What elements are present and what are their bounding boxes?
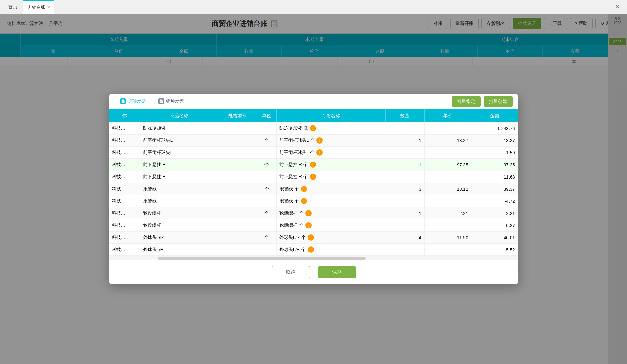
cell-product-name: 报警线 — [140, 183, 218, 195]
warning-icon: ! — [305, 210, 312, 216]
cell-qty: 4 — [385, 232, 424, 244]
cell-supplier: 科技… — [109, 159, 140, 171]
col-header-spec: 规格型号 — [218, 109, 257, 122]
tab-outgoing-label: 销项发票 — [166, 98, 184, 104]
col-header-price: 单价 — [424, 109, 471, 122]
col-header-amount: 金额 — [471, 109, 518, 122]
window-close-button[interactable]: ✕ — [610, 0, 624, 14]
cell-inventory-name: 外球头L/R 个! — [277, 232, 385, 243]
cell-unit — [257, 195, 276, 207]
cell-price — [424, 122, 471, 135]
batch-create-button[interactable]: 批量创建 — [484, 96, 513, 107]
cell-product-name: 防冻冷却液 — [140, 122, 218, 135]
cell-inventory-name: 前下悬挂 R 个! — [277, 159, 385, 171]
cell-supplier: 科技… — [109, 219, 140, 232]
cell-product-name: 前下悬挂 R — [140, 171, 218, 183]
cell-inventory-name: 前平衡杆球头L 个! — [277, 147, 385, 158]
cell-spec — [218, 135, 257, 147]
cell-unit — [257, 244, 276, 256]
cell-price: 13.12 — [424, 183, 471, 195]
warning-icon: ! — [316, 137, 323, 144]
tab-outgoing-invoice[interactable]: 📄 销项发票 — [153, 94, 190, 109]
modal-header-actions: 批量指定 批量创建 — [452, 96, 513, 107]
outgoing-invoice-icon: 📄 — [158, 98, 164, 104]
cell-amount: -4.72 — [471, 195, 518, 207]
cell-unit: 个 — [257, 159, 276, 171]
tab-incoming-invoice[interactable]: 📄 进项发票 — [115, 94, 151, 109]
cell-unit — [257, 122, 276, 135]
save-button[interactable]: 保存 — [318, 266, 356, 278]
warning-icon: ! — [308, 234, 314, 241]
cell-qty — [385, 147, 424, 159]
table-row: 科技…报警线个报警线 个!313.1239.37 — [109, 183, 518, 195]
cell-qty: 1 — [385, 159, 424, 171]
cell-qty — [385, 195, 424, 207]
cell-spec — [218, 244, 257, 256]
table-row: 科技…防冻冷却液防冻冷却液 瓶!-1,243.76 — [109, 122, 518, 135]
cell-unit: 个 — [257, 135, 276, 147]
cell-spec — [218, 232, 257, 244]
cell-price — [424, 195, 471, 207]
cell-supplier: 科技… — [109, 244, 140, 256]
table-header-row: 你 商品名称 规格型号 单位 存货名称 数量 单价 金额 — [109, 109, 518, 122]
cell-amount: 97.35 — [471, 159, 518, 171]
col-header-inventory-name: 存货名称 — [277, 109, 386, 122]
cell-price: 11.50 — [424, 232, 471, 244]
cell-inventory-name: 报警线 个! — [277, 195, 385, 207]
tab-close-icon[interactable]: × — [47, 0, 50, 14]
col-header-supplier: 你 — [109, 109, 140, 122]
invoice-table: 你 商品名称 规格型号 单位 存货名称 数量 单价 金额 科技…防冻冷却液防冻冷… — [109, 109, 518, 256]
batch-assign-button[interactable]: 批量指定 — [452, 96, 481, 107]
modal-close-button[interactable]: × — [511, 99, 514, 104]
warning-icon: ! — [301, 186, 307, 192]
cell-qty: 1 — [385, 135, 424, 147]
cell-price — [424, 171, 471, 183]
cell-amount: 46.01 — [471, 232, 518, 244]
tab-active[interactable]: 进销台账 × — [23, 0, 54, 14]
cell-amount: -1,243.76 — [471, 122, 518, 135]
cell-qty: 1 — [385, 207, 424, 219]
cell-spec — [218, 171, 257, 183]
table-row: 科技…外球头L/R个外球头L/R 个!411.5046.01 — [109, 232, 518, 244]
cell-product-name: 轮毂螺杆 — [140, 207, 218, 219]
modal-backdrop: 📄 进项发票 📄 销项发票 批量指定 批量创建 × — [0, 14, 627, 364]
cell-unit — [257, 219, 276, 232]
modal-horizontal-scrollbar[interactable] — [109, 256, 518, 260]
cell-product-name: 前下悬挂 R — [140, 159, 218, 171]
cell-price: 2.21 — [424, 207, 471, 219]
modal-table: 你 商品名称 规格型号 单位 存货名称 数量 单价 金额 科技…防冻冷却液防冻冷… — [109, 109, 518, 256]
tab-incoming-label: 进项发票 — [128, 98, 146, 104]
cell-amount: 13.27 — [471, 135, 518, 147]
cell-supplier: 科技… — [109, 147, 140, 159]
scrollbar-thumb[interactable] — [158, 257, 366, 260]
cell-inventory-name: 前下悬挂 R 个! — [277, 171, 385, 183]
warning-icon: ! — [308, 246, 314, 253]
cell-spec — [218, 147, 257, 159]
cell-unit — [257, 147, 276, 159]
table-row: 科技…轮毂螺杆个轮毂螺杆 个!12.212.21 — [109, 207, 518, 219]
warning-icon: ! — [310, 125, 316, 131]
warning-icon: ! — [316, 149, 323, 156]
cancel-button[interactable]: 取消 — [272, 266, 310, 278]
col-header-qty: 数量 — [385, 109, 424, 122]
cell-amount: 2.21 — [471, 207, 518, 219]
modal-dialog: 📄 进项发票 📄 销项发票 批量指定 批量创建 × — [109, 94, 518, 284]
cell-spec — [218, 195, 257, 207]
cell-price — [424, 244, 471, 256]
cell-price — [424, 147, 471, 159]
cell-supplier: 科技… — [109, 195, 140, 207]
col-header-unit: 单位 — [257, 109, 276, 122]
cell-qty — [385, 171, 424, 183]
cell-spec — [218, 183, 257, 195]
cell-qty — [385, 219, 424, 232]
tab-bar: 首页 进销台账 × ✕ — [0, 0, 627, 14]
cell-inventory-name: 报警线 个! — [277, 183, 385, 195]
warning-icon: ! — [310, 174, 316, 180]
cell-supplier: 科技… — [109, 183, 140, 195]
table-row: 科技…轮毂螺杆轮毂螺杆 个!-0.27 — [109, 219, 518, 232]
cell-spec — [218, 122, 257, 135]
modal-footer: 取消 保存 — [109, 260, 518, 284]
cell-amount: -0.27 — [471, 219, 518, 232]
table-row: 科技…前下悬挂 R前下悬挂 R 个!-11.68 — [109, 171, 518, 183]
tab-home[interactable]: 首页 — [3, 0, 23, 14]
